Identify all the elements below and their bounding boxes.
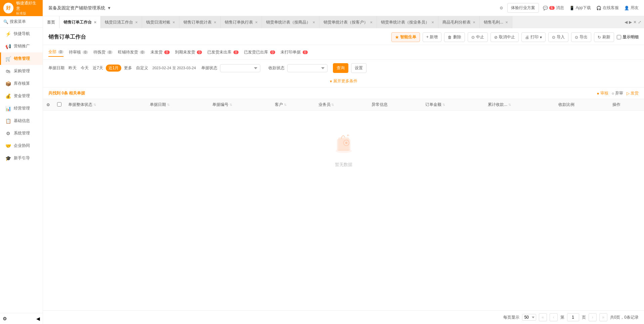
sidebar-item-enterprise[interactable]: 🤝 企业协同 <box>0 139 43 152</box>
tabs-overflow: ◀ ▶ ✕ ⤢ <box>622 20 644 25</box>
settings-gear-icon[interactable]: ⚙ <box>500 6 503 10</box>
tab-cash-reconcile[interactable]: 钱货日清对账 ✕ <box>142 16 179 28</box>
filter-tab-pending-pick[interactable]: 待拣货 0 <box>93 48 113 56</box>
online-service-action[interactable]: 🎧 在线客服 <box>596 5 619 11</box>
filter-tab-overdue-unshipped[interactable]: 到期未发货 0 <box>175 48 202 56</box>
collapse-icon[interactable]: ◀ <box>36 316 40 321</box>
sidebar-item-finance[interactable]: 💰 资金管理 <box>0 90 43 102</box>
tab-sales-profit[interactable]: 销售毛利... ✕ <box>480 16 512 28</box>
tab-close-gross-margin[interactable]: ✕ <box>473 21 475 24</box>
tab-sales-order[interactable]: 销售订单工作台 ✕ <box>59 16 101 28</box>
tab-close-sales-stats[interactable]: ✕ <box>214 21 216 24</box>
sidebar-item-newbie[interactable]: 🎓 新手引导 <box>0 152 43 164</box>
tab-close-sales-order[interactable]: ✕ <box>94 21 96 24</box>
sidebar-item-system[interactable]: ⚙ 系统管理 <box>0 127 43 139</box>
industry-btn[interactable]: 体验行业方案 <box>507 3 539 13</box>
status-select[interactable] <box>220 64 260 72</box>
tab-close-cash-daily[interactable]: ✕ <box>135 21 138 24</box>
date-option-more[interactable]: 更多 <box>123 65 133 72</box>
col-receipt[interactable]: 累计收款... <box>484 99 555 111</box>
ship-btn[interactable]: ▷ 发货 <box>627 90 639 96</box>
smart-btn[interactable]: ★ 智能生单 <box>391 32 420 42</box>
query-btn[interactable]: 查询 <box>333 63 348 73</box>
col-status[interactable]: 单据整体状态 <box>65 99 146 111</box>
settings-icon[interactable]: ⚙ <box>3 316 7 321</box>
sidebar-item-marketing[interactable]: 📢 营销推广 <box>0 40 43 52</box>
payment-select[interactable] <box>287 64 328 72</box>
date-option-7days[interactable]: 近7天 <box>91 65 104 72</box>
enterprise-icon: 🤝 <box>5 143 11 149</box>
message-action[interactable]: 💬 6 消息 <box>543 5 564 11</box>
tab-customer-stats[interactable]: 销货单统计表（按客户） ✕ <box>319 16 377 28</box>
select-all-checkbox[interactable] <box>57 102 61 107</box>
sidebar-item-quick-nav[interactable]: ⚡ 快捷导航 <box>0 28 43 40</box>
page-first-btn[interactable]: « <box>539 313 547 321</box>
col-customer[interactable]: 客户 <box>271 99 315 111</box>
reject-btn[interactable]: ○ 弃审 <box>612 90 623 96</box>
date-option-yesterday[interactable]: 昨天 <box>67 65 78 72</box>
tab-close-product-stats[interactable]: ✕ <box>312 21 315 24</box>
tab-close-salesman-stats[interactable]: ✕ <box>431 21 434 24</box>
tab-sales-stats[interactable]: 销售订单统计表 ✕ <box>179 16 221 28</box>
show-detail-checkbox[interactable] <box>617 35 621 39</box>
tab-close-sales-profit[interactable]: ✕ <box>505 21 508 24</box>
filter-tab-unprinted[interactable]: 未打印单据 0 <box>281 48 308 56</box>
tab-close-cash-reconcile[interactable]: ✕ <box>172 21 175 24</box>
review-btn[interactable]: ● 审核 <box>597 90 608 96</box>
tab-close-sales-exec[interactable]: ✕ <box>255 21 258 24</box>
tab-gross-margin[interactable]: 商品毛利分析表 ✕ <box>438 16 480 28</box>
filter-tab-wangpu[interactable]: 旺铺待发货 0 <box>118 48 145 56</box>
sidebar-search[interactable]: 🔍 搜索菜单 <box>0 16 43 28</box>
tab-close-customer-stats[interactable]: ✕ <box>370 21 373 24</box>
tab-prev-icon[interactable]: ◀ <box>625 20 628 25</box>
col-salesman[interactable]: 业务员 <box>315 99 368 111</box>
tab-next-icon[interactable]: ▶ <box>629 20 632 25</box>
col-settings[interactable]: ⚙ <box>43 99 54 111</box>
filter-tab-shipped-not-out[interactable]: 已发货未出库 0 <box>207 48 239 56</box>
date-option-1month[interactable]: 近1月 <box>106 65 122 72</box>
col-amount[interactable]: 订单金额 <box>422 99 484 111</box>
date-option-custom[interactable]: 自定义 <box>135 65 149 72</box>
tab-product-stats[interactable]: 销货单统计表（按商品） ✕ <box>262 16 319 28</box>
export-btn[interactable]: ⊙ 导出 <box>571 32 591 42</box>
date-option-today[interactable]: 今天 <box>79 65 90 72</box>
delete-btn[interactable]: 🗑 删除 <box>444 32 465 42</box>
page-prev-btn[interactable]: ‹ <box>550 313 558 321</box>
sidebar-item-sales[interactable]: 🛒 销售管理 <box>0 52 43 65</box>
filter-tab-pending-review[interactable]: 待审核 0 <box>69 48 88 56</box>
sidebar-item-inventory[interactable]: 📦 库存核算 <box>0 77 43 90</box>
per-page-select[interactable]: 50 <box>522 314 536 321</box>
col-date[interactable]: 单据日期 <box>146 99 209 111</box>
filter-tab-all[interactable]: 全部 0 <box>48 48 63 57</box>
sidebar-item-basic[interactable]: 📋 基础信息 <box>0 115 43 127</box>
page-last-btn[interactable]: » <box>599 313 607 321</box>
col-number[interactable]: 单据编号 <box>209 99 271 111</box>
print-btn[interactable]: 🖨 打印 ▾ <box>521 32 546 42</box>
settings-btn[interactable]: 设置 <box>351 63 367 73</box>
sidebar-item-purchase[interactable]: 🛍 采购管理 <box>0 65 43 77</box>
expand-btn[interactable]: ▾ 展开更多条件 <box>330 78 357 84</box>
user-action[interactable]: 👤 用友 <box>624 5 639 11</box>
filter-tab-unshipped[interactable]: 未发货 0 <box>151 48 170 56</box>
app-download-action[interactable]: 📱 App下载 <box>569 5 591 11</box>
sidebar-item-operations[interactable]: 📊 经营管理 <box>0 102 43 115</box>
import-btn[interactable]: ⊙ 导入 <box>548 32 568 42</box>
tab-sales-exec[interactable]: 销售订单执行表 ✕ <box>221 16 262 28</box>
suspend-btn[interactable]: ⊙ 中止 <box>468 32 488 42</box>
tab-home[interactable]: 首页 <box>43 16 59 28</box>
tab-salesman-stats[interactable]: 销货单统计表（按业务员） ✕ <box>377 16 438 28</box>
page-next-btn[interactable]: › <box>589 313 597 321</box>
refresh-btn[interactable]: ↻ 刷新 <box>594 32 614 42</box>
empty-illustration <box>330 131 357 158</box>
show-detail-label[interactable]: 显示明细 <box>617 34 639 40</box>
tab-cash-daily[interactable]: 钱货日清工作台 ✕ <box>101 16 142 28</box>
system-dropdown[interactable]: ▼ <box>107 6 111 10</box>
tab-close-all-icon[interactable]: ✕ <box>633 20 637 25</box>
filter-tab-shipped-out[interactable]: 已发货已出库 0 <box>244 48 275 56</box>
add-btn[interactable]: + 新增 <box>423 32 441 42</box>
page-input[interactable] <box>567 313 579 321</box>
cancel-suspend-btn[interactable]: ⊘ 取消中止 <box>490 32 519 42</box>
tab-maximize-icon[interactable]: ⤢ <box>638 20 641 25</box>
status-filter-group: 单据状态 <box>201 64 263 72</box>
col-checkbox[interactable] <box>54 99 65 111</box>
